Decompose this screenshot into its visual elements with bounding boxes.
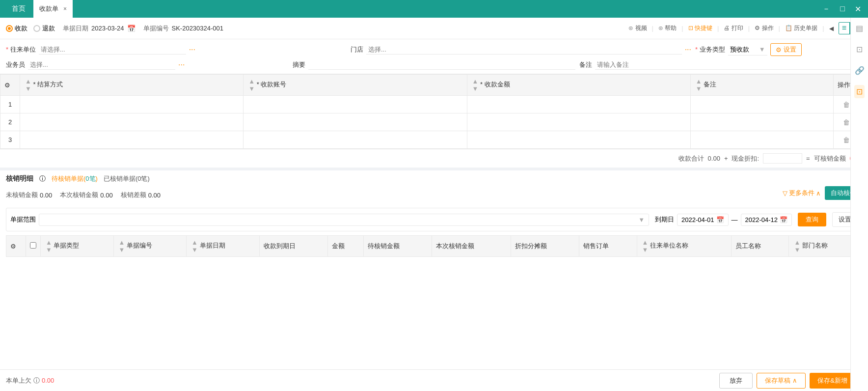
abandon-btn[interactable]: 放弃: [719, 373, 753, 389]
window-close-btn[interactable]: ✕: [852, 4, 864, 14]
salesperson-label: 业务员: [6, 60, 25, 69]
date-from-input[interactable]: 2022-04-01 📅: [677, 214, 729, 226]
receipt-table: ⚙ ▲▼ * 结算方式 ▲▼ * 收款账号 ▲▼ * 收款金额 ▲▼: [0, 74, 868, 149]
delete-icon-3[interactable]: 🗑: [843, 136, 850, 144]
radio-receipt[interactable]: 收款: [6, 24, 27, 33]
filter-collapse-icon: ∧: [816, 190, 821, 197]
sidebar-icon-4[interactable]: ⊡: [854, 85, 865, 98]
amount-cell-3[interactable]: [467, 131, 690, 149]
sort-arrows-store: ▲▼: [794, 239, 800, 253]
window-maximize-btn[interactable]: □: [837, 4, 848, 13]
table-row: 1 🗑 ⊕: [0, 96, 868, 113]
settlement-cell-2[interactable]: [20, 113, 244, 131]
radio-refund[interactable]: 退款: [33, 24, 55, 33]
bth-settings[interactable]: ⚙: [6, 236, 26, 257]
remark-cell-3[interactable]: [690, 131, 833, 149]
sidebar-icon-2[interactable]: ⊡: [854, 43, 865, 56]
summary-row: 收款合计 0.00 + 现金折扣: = 可核销金额 0.00: [0, 149, 868, 168]
amount-cell-2[interactable]: [467, 113, 690, 131]
row-num-3: 3: [0, 131, 20, 149]
action-help[interactable]: ⊙ 帮助: [658, 24, 677, 32]
verify-stats: 未核销金额 0.00 本次核销金额 0.00 核销差额 0.00 ▽ 更多条件 …: [6, 186, 862, 204]
salesperson-more-icon[interactable]: ···: [178, 60, 185, 69]
settlement-cell-1[interactable]: [20, 96, 244, 113]
action-shortcut[interactable]: ⊡ 快捷键: [688, 24, 712, 32]
footer-info-icon: ⓘ: [33, 376, 40, 385]
th-settings[interactable]: ⚙: [0, 75, 20, 96]
action-nav-prev[interactable]: ◀: [829, 25, 834, 32]
counterpart-more-icon[interactable]: ···: [189, 45, 195, 54]
date-to-input[interactable]: 2022-04-12 📅: [741, 214, 792, 226]
draft-arrow: ∧: [792, 377, 797, 384]
tab-close-btn[interactable]: ×: [63, 5, 67, 12]
total-value: 0.00: [708, 155, 720, 162]
store-field-group: 门店 ···: [351, 45, 691, 55]
select-all-checkbox[interactable]: [30, 242, 36, 249]
action-ops[interactable]: ⚙ 操作: [755, 24, 773, 32]
tab-pending[interactable]: 待核销单据(0笔): [52, 174, 98, 183]
store-more-icon[interactable]: ···: [685, 45, 691, 54]
scope-label: 单据范围: [10, 215, 36, 224]
tab-home[interactable]: 首页: [4, 0, 33, 18]
discount-input[interactable]: [763, 153, 802, 164]
account-cell-3[interactable]: [244, 131, 467, 149]
view-list-btn[interactable]: ≡: [839, 23, 849, 34]
date-to-value: 2022-04-12: [745, 216, 778, 223]
remark-input[interactable]: [595, 60, 862, 70]
toolbar-row: 收款 退款 单据日期 2023-03-24 📅 单据编号 SK-20230324…: [0, 18, 868, 39]
calendar-to-icon[interactable]: 📅: [780, 216, 787, 223]
summary-input[interactable]: [308, 60, 575, 70]
bth-doc-date: ▲▼ 单据日期: [187, 236, 260, 257]
store-input[interactable]: [366, 45, 682, 55]
stat-diff-label: 核销差额: [121, 191, 146, 199]
amount-cell-1[interactable]: [467, 96, 690, 113]
footer-info: 本单上欠 ⓘ 0.00: [6, 376, 54, 385]
bth-doc-no: ▲▼ 单据编号: [113, 236, 187, 257]
counterpart-input[interactable]: [39, 45, 186, 55]
window-minimize-btn[interactable]: －: [819, 4, 833, 14]
settlement-cell-3[interactable]: [20, 131, 244, 149]
doc-date-calendar-icon[interactable]: 📅: [127, 25, 136, 32]
remark-cell-1[interactable]: [690, 96, 833, 113]
toolbar-actions: ⊙ 视频 | ⊙ 帮助 | ⊡ 快捷键 | 🖨 打印 | ⚙ 操作 | 📋 历史…: [628, 22, 862, 34]
doc-no-value: SK-20230324-001: [172, 25, 224, 32]
bottom-table: ⚙ ▲▼ 单据类型 ▲▼ 单据编号 ▲▼: [6, 235, 862, 257]
bth-pending: 待核销金额: [363, 236, 432, 257]
scope-select[interactable]: ▼: [39, 214, 649, 226]
tab-done[interactable]: 已核销单据(0笔): [104, 174, 150, 183]
discount-label: 现金折扣:: [732, 154, 759, 163]
sidebar-icon-3[interactable]: 🔗: [853, 64, 867, 77]
biz-type-arrow: ▼: [759, 46, 765, 53]
counterpart-label: 往来单位: [6, 45, 36, 54]
delete-icon-2[interactable]: 🗑: [843, 118, 850, 126]
bth-amount: 金额: [327, 236, 363, 257]
query-btn[interactable]: 查询: [798, 213, 826, 226]
bottom-table-header: ⚙ ▲▼ 单据类型 ▲▼ 单据编号 ▲▼: [6, 236, 862, 257]
stat-current-verify-label: 本次核销金额: [60, 191, 98, 199]
account-cell-2[interactable]: [244, 113, 467, 131]
biz-type-label: 业务类型: [695, 45, 725, 54]
action-history[interactable]: 📋 历史单据: [785, 24, 817, 32]
action-print[interactable]: 🖨 打印: [724, 24, 743, 32]
biz-type-select[interactable]: 预收款 ▼: [728, 44, 767, 56]
calendar-from-icon[interactable]: 📅: [716, 216, 724, 223]
account-cell-1[interactable]: [244, 96, 467, 113]
sort-arrows-doc-no: ▲▼: [119, 239, 125, 253]
counterpart-field-group: 往来单位 ···: [6, 45, 347, 55]
table-header-row: ⚙ ▲▼ * 结算方式 ▲▼ * 收款账号 ▲▼ * 收款金额 ▲▼: [0, 75, 868, 96]
more-conditions-link[interactable]: ▽ 更多条件 ∧: [783, 189, 821, 197]
sidebar-icon-1[interactable]: ▤: [854, 22, 865, 35]
tab-active[interactable]: 收款单 ×: [33, 0, 73, 18]
bth-discount: 折扣分摊额: [511, 236, 579, 257]
remark-cell-2[interactable]: [690, 113, 833, 131]
delete-icon-1[interactable]: 🗑: [843, 101, 850, 109]
action-video[interactable]: ⊙ 视频: [628, 24, 647, 32]
bth-counterpart: ▲▼ 往来单位名称: [637, 236, 732, 257]
verifiable-label: 可核销金额: [814, 154, 846, 163]
save-draft-btn[interactable]: 保存草稿 ∧: [757, 373, 806, 389]
footer-current-value: 0.00: [42, 377, 54, 384]
date-range: 到期日 2022-04-01 📅 — 2022-04-12 📅: [655, 214, 792, 226]
form-settings-btn[interactable]: ⚙ 设置: [770, 43, 802, 56]
salesperson-input[interactable]: [28, 60, 175, 70]
done-count: 0笔: [137, 175, 147, 182]
